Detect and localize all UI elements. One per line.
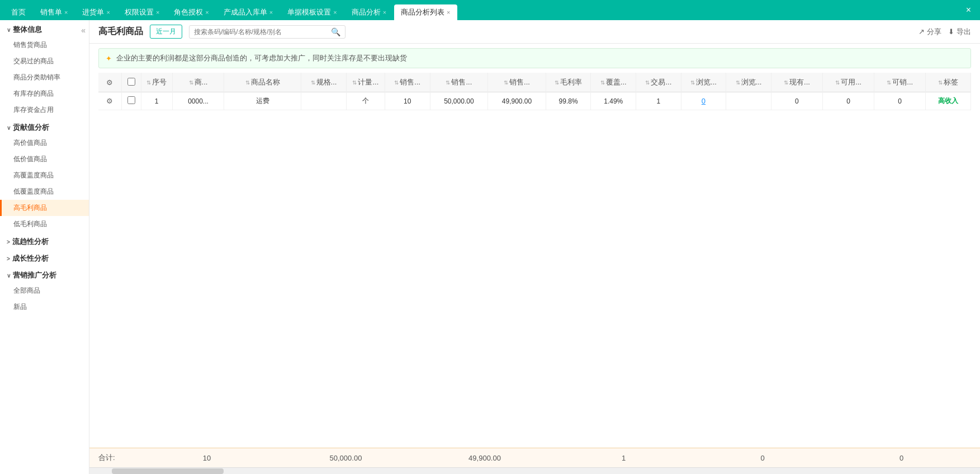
nav-tab-产成品入库单[interactable]: 产成品入库单× <box>217 4 280 20</box>
nav-tab-权限设置[interactable]: 权限设置× <box>118 4 166 20</box>
share-button[interactable]: ↗ 分享 <box>919 27 941 37</box>
expand-icon: ∨ <box>7 125 11 131</box>
sort-icon[interactable]: ⇅ <box>736 79 740 86</box>
sort-icon[interactable]: ⇅ <box>189 79 193 86</box>
column-header-gear[interactable]: ⚙ <box>98 73 121 92</box>
footer-cell-sale_amount: 50,000.00 <box>323 454 368 462</box>
sort-icon[interactable]: ⇅ <box>938 79 943 86</box>
column-label: 计量... <box>358 77 378 87</box>
close-tab-icon[interactable]: × <box>205 9 209 16</box>
column-header-view2[interactable]: ⇅浏览... <box>726 73 771 92</box>
sort-icon[interactable]: ⇅ <box>146 79 151 86</box>
column-label: 销售... <box>451 77 472 87</box>
horizontal-scrollbar[interactable] <box>89 467 980 474</box>
sort-icon[interactable]: ⇅ <box>835 79 840 86</box>
column-header-tag[interactable]: ⇅标签 <box>926 73 971 92</box>
column-header-trade[interactable]: ⇅交易... <box>636 73 681 92</box>
sidebar-item-低价值商品[interactable]: 低价值商品 <box>0 151 89 167</box>
column-header-checkbox[interactable] <box>121 73 141 92</box>
sidebar-group-营销推广分析[interactable]: ∨营销推广分析 <box>0 266 89 283</box>
cell-saleable: 0 <box>874 92 926 110</box>
nav-tab-首页[interactable]: 首页 <box>4 4 32 20</box>
sort-icon[interactable]: ⇅ <box>394 79 399 86</box>
column-header-sale_amount[interactable]: ⇅销售... <box>430 73 488 92</box>
column-header-unit[interactable]: ⇅计量... <box>346 73 385 92</box>
row-checkbox[interactable] <box>127 96 135 104</box>
sidebar-item-销售货商品[interactable]: 销售货商品 <box>0 37 89 53</box>
sidebar-collapse-button[interactable]: « <box>78 25 89 36</box>
sidebar-item-低毛利商品[interactable]: 低毛利商品 <box>0 216 89 232</box>
column-header-view1[interactable]: ⇅浏览... <box>681 73 726 92</box>
sort-icon[interactable]: ⇅ <box>690 79 695 86</box>
search-input[interactable] <box>194 28 328 36</box>
column-label: 序号 <box>152 77 167 87</box>
sort-icon[interactable]: ⇅ <box>311 79 315 86</box>
close-tab-icon[interactable]: × <box>156 9 159 16</box>
sort-icon[interactable]: ⇅ <box>245 79 250 86</box>
sidebar-item-库存资金占用[interactable]: 库存资金占用 <box>0 102 89 118</box>
column-header-index[interactable]: ⇅序号 <box>141 73 172 92</box>
sort-icon[interactable]: ⇅ <box>887 79 891 86</box>
column-header-current_stock[interactable]: ⇅现有... <box>771 73 822 92</box>
view-link[interactable]: 0 <box>702 97 706 105</box>
sidebar-group-成长性分析[interactable]: >成长性分析 <box>0 249 89 266</box>
column-label: 覆盖... <box>606 77 627 87</box>
nav-tab-商品分析[interactable]: 商品分析× <box>345 4 393 20</box>
sidebar-item-高覆盖度商品[interactable]: 高覆盖度商品 <box>0 167 89 184</box>
column-header-sale_profit[interactable]: ⇅销售... <box>488 73 546 92</box>
scroll-thumb[interactable] <box>112 468 224 474</box>
nav-tab-商品分析列表[interactable]: 商品分析列表× <box>394 4 457 20</box>
sort-icon[interactable]: ⇅ <box>784 79 788 86</box>
sidebar-group-贡献值分析[interactable]: ∨贡献值分析 <box>0 118 89 135</box>
sidebar-item-高价值商品[interactable]: 高价值商品 <box>0 135 89 151</box>
sort-icon[interactable]: ⇅ <box>352 79 357 86</box>
close-tab-icon[interactable]: × <box>383 9 386 16</box>
column-header-saleable[interactable]: ⇅可销... <box>874 73 926 92</box>
sidebar-item-商品分类助销率[interactable]: 商品分类助销率 <box>0 69 89 86</box>
close-tab-icon[interactable]: × <box>333 9 337 16</box>
select-all-checkbox[interactable] <box>127 78 135 86</box>
close-all-button[interactable]: × <box>962 5 976 15</box>
column-header-name[interactable]: ⇅商品名称 <box>224 73 301 92</box>
cell-code: 0000... <box>172 92 224 110</box>
sidebar-item-高毛利商品[interactable]: 高毛利商品 <box>0 200 89 216</box>
nav-tab-角色授权[interactable]: 角色授权× <box>167 4 215 20</box>
column-label: 销售... <box>509 77 530 87</box>
close-tab-icon[interactable]: × <box>269 9 273 16</box>
close-tab-icon[interactable]: × <box>447 9 450 16</box>
nav-tab-销售单[interactable]: 销售单× <box>34 4 74 20</box>
column-header-available[interactable]: ⇅可用... <box>823 73 874 92</box>
row-settings-icon[interactable]: ⚙ <box>106 97 113 105</box>
period-button[interactable]: 近一月 <box>150 25 182 39</box>
nav-tab-单据模板设置[interactable]: 单据模板设置× <box>281 4 343 20</box>
column-label: 标签 <box>944 77 958 87</box>
column-header-spec[interactable]: ⇅规格... <box>301 73 347 92</box>
close-tab-icon[interactable]: × <box>64 9 68 16</box>
column-header-margin[interactable]: ⇅毛利率 <box>546 73 591 92</box>
close-tab-icon[interactable]: × <box>106 9 110 16</box>
sidebar-item-新品[interactable]: 新品 <box>0 299 89 315</box>
sidebar-group-整体信息[interactable]: ∨整体信息 <box>0 20 89 37</box>
sidebar: « ∨整体信息销售货商品交易过的商品商品分类助销率有库存的商品库存资金占用∨贡献… <box>0 20 89 474</box>
sidebar-item-全部商品[interactable]: 全部商品 <box>0 283 89 299</box>
sidebar-group-流趋性分析[interactable]: >流趋性分析 <box>0 232 89 249</box>
column-header-sale_qty[interactable]: ⇅销售... <box>385 73 430 92</box>
column-header-coverage[interactable]: ⇅覆盖... <box>591 73 636 92</box>
column-label: 现有... <box>789 77 810 87</box>
sort-icon[interactable]: ⇅ <box>504 79 508 86</box>
footer-label: 合计: <box>98 453 115 463</box>
export-button[interactable]: ⬇ 导出 <box>948 27 971 37</box>
sort-icon[interactable]: ⇅ <box>645 79 650 86</box>
sidebar-item-低覆盖度商品[interactable]: 低覆盖度商品 <box>0 184 89 200</box>
sidebar-item-交易过的商品[interactable]: 交易过的商品 <box>0 53 89 69</box>
sidebar-item-有库存的商品[interactable]: 有库存的商品 <box>0 86 89 102</box>
data-table-container: ⚙⇅序号⇅商...⇅商品名称⇅规格...⇅计量...⇅销售...⇅销售...⇅销… <box>98 73 971 448</box>
sort-icon[interactable]: ⇅ <box>446 79 450 86</box>
sort-icon[interactable]: ⇅ <box>600 79 605 86</box>
nav-tab-进货单[interactable]: 进货单× <box>75 4 116 20</box>
search-icon[interactable]: 🔍 <box>331 27 340 36</box>
column-header-code[interactable]: ⇅商... <box>172 73 224 92</box>
settings-icon[interactable]: ⚙ <box>106 78 113 87</box>
sort-icon[interactable]: ⇅ <box>555 79 559 86</box>
content-area: 高毛利商品 近一月 🔍 ↗ 分享 ⬇ 导出 <box>89 20 980 474</box>
